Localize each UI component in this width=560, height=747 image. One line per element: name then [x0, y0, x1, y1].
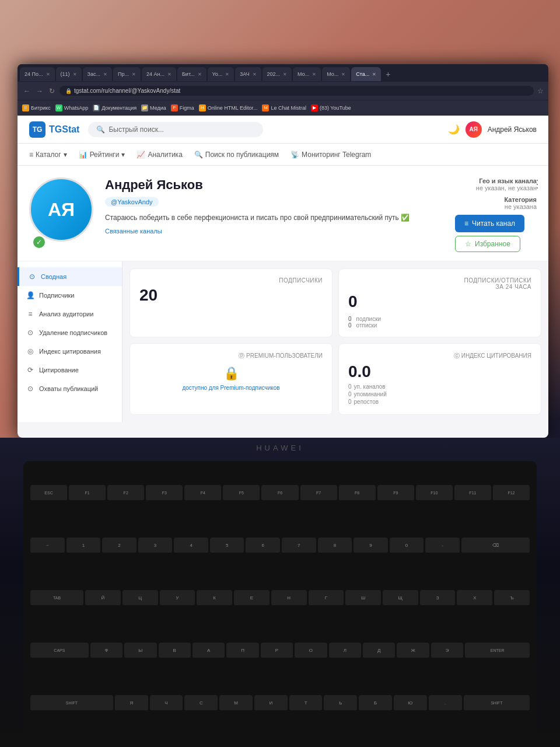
bookmark-le-chat-mistral[interactable]: M Le Chat Mistral	[262, 104, 306, 111]
tab-11[interactable]: Мо... ✕	[322, 67, 350, 81]
address-bar[interactable]: 🔒 tgstat.com/ru/channel/@YaskovAndy/stat	[60, 86, 534, 96]
tab-close-8[interactable]: ✕	[253, 72, 257, 77]
key-lbracket[interactable]: Х	[457, 590, 492, 606]
tab-close-6[interactable]: ✕	[198, 72, 202, 77]
key-w[interactable]: Ц	[123, 590, 158, 606]
key-a[interactable]: Ф	[90, 643, 123, 659]
sidebar-item-citation-index[interactable]: ◎ Индекс цитирования	[18, 342, 122, 361]
nav-ratings[interactable]: 📊 Рейтинги ▾	[79, 145, 125, 165]
key-minus[interactable]: -	[425, 537, 460, 554]
tab-6[interactable]: Бит... ✕	[177, 67, 206, 81]
bookmark-whatsapp[interactable]: W WhatsApp	[55, 104, 89, 111]
bookmark-bitriks[interactable]: B Битрикс	[22, 104, 51, 111]
tab-3[interactable]: Зас... ✕	[83, 67, 112, 81]
key-g[interactable]: П	[226, 643, 258, 659]
tab-5[interactable]: 24 Ан... ✕	[142, 67, 176, 81]
key-e[interactable]: У	[160, 590, 195, 606]
key-quote[interactable]: Э	[431, 643, 463, 659]
key-d[interactable]: В	[159, 643, 191, 659]
nav-analytics[interactable]: 📈 Аналитика	[136, 145, 182, 165]
tab-close-12[interactable]: ✕	[372, 72, 376, 77]
key-i[interactable]: Ш	[345, 590, 381, 606]
favorites-button[interactable]: ☆ Избранное	[455, 236, 520, 252]
key-s[interactable]: Ы	[124, 643, 156, 659]
bookmark-figma[interactable]: F Figma	[171, 104, 194, 111]
tab-12-active[interactable]: Ста... ✕	[351, 67, 381, 81]
key-rbracket[interactable]: Ъ	[494, 590, 530, 606]
back-button[interactable]: ←	[22, 86, 32, 96]
key-l[interactable]: Д	[363, 643, 395, 659]
bookmark-html-editor[interactable]: H Online HTML Editor...	[199, 104, 258, 111]
tab-9[interactable]: 202... ✕	[262, 67, 292, 81]
key-v[interactable]: М	[219, 695, 253, 711]
tab-close-3[interactable]: ✕	[103, 72, 107, 77]
key-y[interactable]: Н	[271, 590, 307, 606]
sidebar-item-audience[interactable]: ≡ Анализ аудитории	[18, 305, 122, 323]
key-8[interactable]: 8	[318, 537, 352, 554]
key-f12[interactable]: F12	[493, 485, 530, 501]
key-u[interactable]: Г	[309, 590, 344, 606]
key-backspace[interactable]: ⌫	[461, 537, 530, 554]
key-esc[interactable]: ESC	[30, 485, 67, 501]
key-semicolon[interactable]: Ж	[397, 643, 429, 659]
key-period[interactable]: Ю	[394, 695, 427, 711]
key-shift-left[interactable]: SHIFT	[30, 695, 113, 711]
tab-close-11[interactable]: ✕	[341, 72, 345, 77]
key-x[interactable]: Ч	[150, 695, 183, 711]
forward-button[interactable]: →	[35, 86, 44, 96]
key-6[interactable]: 6	[246, 537, 280, 554]
tab-10[interactable]: Мо... ✕	[293, 67, 321, 81]
key-f3[interactable]: F3	[146, 485, 183, 501]
key-z[interactable]: Я	[115, 695, 148, 711]
tab-close-10[interactable]: ✕	[312, 72, 316, 77]
tab-close-7[interactable]: ✕	[225, 72, 229, 77]
key-f5[interactable]: F5	[223, 485, 260, 501]
key-0[interactable]: 0	[390, 537, 424, 554]
tab-7[interactable]: Yo... ✕	[208, 67, 235, 81]
nav-catalog[interactable]: ≡ Каталог ▾	[29, 145, 67, 165]
key-shift-right[interactable]: SHIFT	[464, 695, 530, 711]
tab-close-5[interactable]: ✕	[167, 72, 172, 77]
refresh-button[interactable]: ↻	[48, 86, 56, 96]
channel-handle[interactable]: @YaskovAndy	[105, 197, 159, 207]
key-slash[interactable]: .	[429, 695, 462, 711]
key-7[interactable]: 7	[282, 537, 316, 554]
key-comma[interactable]: Б	[359, 695, 392, 711]
read-channel-button[interactable]: ≡ Читать канал	[455, 215, 524, 232]
bookmark-youtube[interactable]: ▶ (83) YouTube	[311, 104, 351, 111]
tab-8[interactable]: 3АЧ ✕	[235, 67, 261, 81]
key-n[interactable]: Т	[289, 695, 323, 711]
sidebar-item-remove-subs[interactable]: ⊙ Удаление подписчиков	[18, 323, 122, 342]
key-c[interactable]: С	[184, 695, 218, 711]
more-options-button[interactable]: ⋮	[532, 177, 542, 190]
key-j[interactable]: О	[295, 643, 327, 659]
key-m[interactable]: Ь	[324, 695, 357, 711]
key-t[interactable]: Е	[234, 590, 270, 606]
tab-2[interactable]: (11) ✕	[56, 67, 82, 81]
key-h[interactable]: Р	[261, 643, 293, 659]
nav-search-pubs[interactable]: 🔍 Поиск по публикациям	[194, 145, 279, 165]
key-5[interactable]: 5	[210, 537, 244, 554]
tab-close-1[interactable]: ✕	[46, 72, 50, 77]
key-1[interactable]: 1	[66, 537, 101, 554]
tab-1[interactable]: 24 По... ✕	[20, 67, 55, 81]
new-tab-button[interactable]: +	[382, 68, 394, 80]
key-2[interactable]: 2	[102, 537, 136, 554]
theme-toggle-icon[interactable]: 🌙	[448, 124, 460, 135]
key-b[interactable]: И	[254, 695, 288, 711]
sidebar-item-summary[interactable]: ⊙ Сводная	[18, 267, 122, 286]
tgstat-logo[interactable]: TG TGStat	[29, 121, 79, 138]
related-channels-link[interactable]: Связанные каналы	[105, 228, 443, 235]
tab-close-4[interactable]: ✕	[132, 72, 136, 77]
key-f11[interactable]: F11	[454, 485, 491, 501]
bookmark-star-icon[interactable]: ☆	[537, 87, 544, 95]
key-9[interactable]: 9	[354, 537, 388, 554]
key-f10[interactable]: F10	[416, 485, 453, 501]
key-f1[interactable]: F1	[69, 485, 106, 501]
sidebar-item-reach[interactable]: ⊙ Охваты публикаций	[18, 379, 122, 398]
bookmark-media[interactable]: 📁 Медиа	[141, 104, 166, 111]
key-k[interactable]: Л	[329, 643, 361, 659]
key-f9[interactable]: F9	[377, 485, 414, 501]
key-f2[interactable]: F2	[107, 485, 144, 501]
key-p[interactable]: З	[420, 590, 456, 606]
